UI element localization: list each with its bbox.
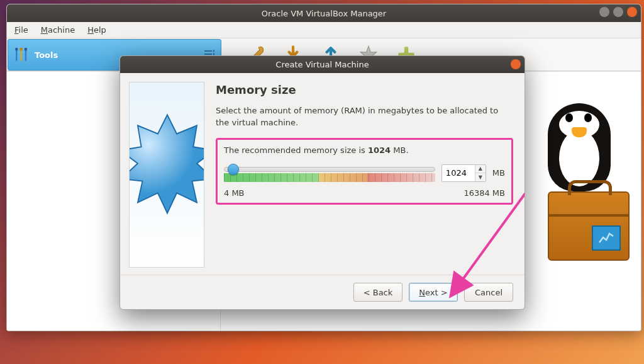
wizard-sidebar-art: [129, 82, 204, 268]
sidebar-tools-label: Tools: [35, 50, 58, 60]
menubar: File Machine Help: [7, 22, 641, 38]
svg-rect-7: [204, 54, 212, 55]
menu-file[interactable]: File: [12, 24, 31, 36]
minimize-icon[interactable]: [599, 7, 609, 17]
svg-rect-3: [19, 48, 23, 51]
memory-input[interactable]: [442, 166, 475, 180]
recommendation-text: The recommended memory size is 1024 MB.: [224, 145, 505, 157]
memory-unit: MB: [492, 168, 505, 178]
svg-rect-1: [15, 48, 18, 51]
dialog-intro: Select the amount of memory (RAM) in meg…: [216, 105, 513, 129]
memory-spinbox[interactable]: ▲ ▼: [441, 164, 486, 182]
dialog-footer: < Back Next > Cancel: [120, 275, 525, 309]
svg-point-10: [213, 54, 215, 55]
tools-icon: [13, 47, 30, 63]
dialog-close-icon[interactable]: [511, 59, 521, 69]
mascot-illustration: [516, 97, 630, 286]
menu-machine[interactable]: Machine: [38, 24, 77, 36]
maximize-icon[interactable]: [613, 7, 623, 17]
dialog-heading: Memory size: [216, 83, 513, 96]
highlight-box: The recommended memory size is 1024 MB. …: [216, 138, 513, 205]
close-icon[interactable]: [627, 7, 637, 17]
chart-icon: [592, 225, 621, 251]
next-button[interactable]: Next >: [409, 283, 458, 302]
starburst-icon: [129, 109, 204, 229]
spin-down-icon[interactable]: ▼: [475, 173, 486, 181]
memory-min-label: 4 MB: [224, 188, 245, 198]
svg-rect-6: [204, 50, 212, 52]
dialog-titlebar[interactable]: Create Virtual Machine: [120, 56, 525, 73]
svg-marker-15: [129, 115, 204, 213]
spin-up-icon[interactable]: ▲: [475, 165, 486, 173]
svg-point-9: [213, 50, 215, 52]
back-button[interactable]: < Back: [353, 283, 402, 302]
dialog-title: Create Virtual Machine: [275, 60, 369, 69]
memory-max-label: 16384 MB: [464, 188, 505, 198]
create-vm-dialog: Create Virtual Machine Memory size Selec…: [119, 55, 525, 310]
cancel-button[interactable]: Cancel: [464, 283, 513, 302]
main-titlebar[interactable]: Oracle VM VirtualBox Manager: [7, 4, 641, 22]
memory-slider[interactable]: [224, 163, 435, 183]
svg-rect-5: [25, 48, 27, 51]
menu-help[interactable]: Help: [85, 24, 109, 36]
slider-thumb-icon[interactable]: [228, 164, 239, 175]
main-title: Oracle VM VirtualBox Manager: [262, 9, 386, 18]
